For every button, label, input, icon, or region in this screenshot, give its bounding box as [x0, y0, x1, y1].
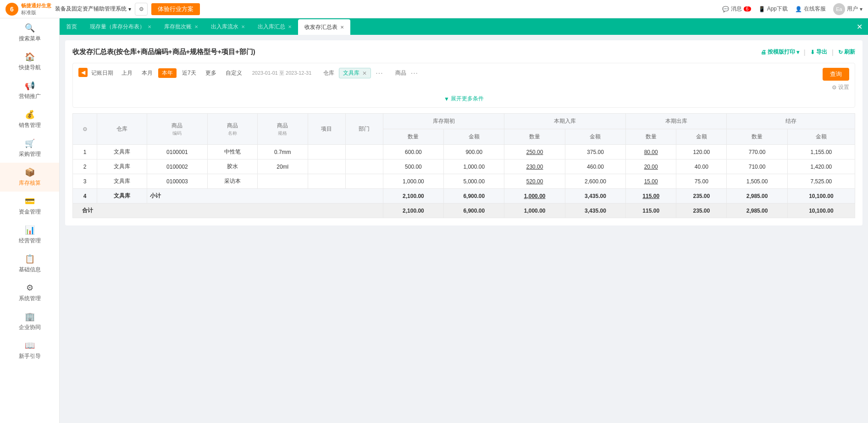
sidebar-label-quick-nav: 快捷导航	[19, 64, 41, 71]
date-label: 记账日期	[91, 69, 113, 77]
basic-info-icon: 📋	[25, 254, 35, 264]
guide-icon: 📖	[25, 341, 35, 351]
expand-icon: ▼	[444, 96, 449, 102]
cell-balance-amt: 1,420.00	[787, 159, 855, 174]
table-settings-icon[interactable]: ⚙	[83, 126, 88, 132]
message-button[interactable]: 💬 消息 6	[722, 5, 751, 13]
cell-in-qty[interactable]: 250.00	[504, 145, 565, 159]
tab-home[interactable]: 首页	[60, 18, 83, 35]
tab-close-all-button[interactable]: ✕	[851, 22, 868, 31]
cell-goods-name: 采访本	[208, 174, 258, 189]
tab-stock-dist[interactable]: 现存量（库存分布表） ✕	[83, 18, 158, 35]
tab-recv-send-summary-close[interactable]: ✕	[340, 25, 344, 30]
sidebar-item-finance[interactable]: 💳 资金管理	[0, 192, 59, 220]
sidebar-item-system[interactable]: ⚙ 系统管理	[0, 278, 59, 307]
tab-stock-dist-close[interactable]: ✕	[148, 24, 151, 29]
cell-warehouse: 文具库	[97, 145, 147, 159]
dropdown-arrow-icon: ▾	[128, 6, 131, 12]
th-balance-qty: 数量	[727, 129, 787, 145]
filter-expand-row: ▼ 展开更多条件	[78, 95, 849, 103]
subtotal-in-qty[interactable]: 1,000.00	[504, 189, 565, 203]
sidebar-item-operation[interactable]: 📊 经营管理	[0, 220, 59, 249]
tab-batch-ledger-close[interactable]: ✕	[194, 24, 198, 29]
filter-date-this-year[interactable]: 本年	[158, 68, 177, 78]
tab-in-out-summary[interactable]: 出入库汇总 ✕	[251, 18, 298, 35]
gear-button[interactable]: ⚙	[135, 3, 148, 16]
goods-label: 商品	[395, 69, 406, 77]
total-in-amt: 3,435.00	[565, 203, 625, 218]
print-button[interactable]: 🖨 按模版打印 ▾	[761, 48, 799, 56]
filter-date-this-month[interactable]: 本月	[138, 68, 156, 78]
cell-in-qty[interactable]: 520.00	[504, 174, 565, 189]
tab-in-out-flow-close[interactable]: ✕	[241, 24, 245, 29]
tab-in-out-flow-label: 出入库流水	[211, 23, 238, 31]
cell-out-qty[interactable]: 20.00	[626, 159, 676, 174]
cell-in-qty[interactable]: 230.00	[504, 159, 565, 174]
subtotal-index: 4	[73, 189, 97, 203]
cell-dept	[345, 159, 383, 174]
export-button[interactable]: ⬇ 导出	[810, 48, 827, 56]
subtotal-out-qty[interactable]: 115.00	[626, 189, 676, 203]
filter-date-more[interactable]: 更多	[202, 68, 220, 78]
tab-in-out-flow[interactable]: 出入库流水 ✕	[205, 18, 251, 35]
cell-project	[308, 145, 345, 159]
sidebar-item-inventory[interactable]: 📦 库存核算	[0, 163, 59, 192]
sidebar-item-search[interactable]: 🔍 搜索菜单	[0, 18, 59, 47]
filter-date-last-month[interactable]: 上月	[118, 68, 136, 78]
th-warehouse: 仓库	[97, 114, 147, 145]
sidebar-item-marketing[interactable]: 📢 营销推广	[0, 76, 59, 105]
sidebar-item-quick-nav[interactable]: 🏠 快捷导航	[0, 47, 59, 76]
subtotal-opening-qty: 2,100.00	[383, 189, 443, 203]
th-out-qty: 数量	[626, 129, 676, 145]
cell-index: 3	[73, 174, 97, 189]
cell-goods-name: 中性笔	[208, 145, 258, 159]
th-balance-amt: 金额	[787, 129, 855, 145]
th-project: 项目	[308, 114, 345, 145]
tab-batch-ledger-label: 库存批次账	[164, 23, 192, 31]
cell-warehouse: 文具库	[97, 159, 147, 174]
sidebar-label-marketing: 营销推广	[19, 93, 41, 100]
filter-date-7days[interactable]: 近7天	[178, 68, 200, 78]
cell-out-qty[interactable]: 15.00	[626, 174, 676, 189]
tab-in-out-summary-close[interactable]: ✕	[288, 24, 292, 29]
user-button[interactable]: Ea 用户 ▾	[833, 3, 862, 15]
app-download-button[interactable]: 📱 App下载	[758, 5, 788, 13]
sidebar-label-finance: 资金管理	[19, 208, 41, 216]
main-content: 首页 现存量（库存分布表） ✕ 库存批次账 ✕ 出入库流水 ✕ 出入库汇总 ✕	[60, 18, 868, 423]
th-settings[interactable]: ⚙	[73, 114, 97, 145]
filter-bar: ◀ 记账日期 上月 本月 本年 近7天	[72, 63, 855, 108]
cell-balance-amt: 7,525.00	[787, 174, 855, 189]
table-wrapper: ⚙ 仓库 商品编码 商品名称 商品规格 项目 部门 库存期初 本期入库 本期	[72, 113, 855, 218]
subtotal-out-amt: 235.00	[676, 189, 727, 203]
trial-button[interactable]: 体验行业方案	[151, 3, 200, 15]
tab-recv-send-summary[interactable]: 收发存汇总表 ✕	[298, 19, 350, 35]
cell-dept	[345, 174, 383, 189]
sidebar-item-basic-info[interactable]: 📋 基础信息	[0, 249, 59, 278]
query-button[interactable]: 查询	[823, 68, 849, 81]
filter-collapse-button[interactable]: ◀	[78, 68, 88, 77]
total-out-qty: 115.00	[626, 203, 676, 218]
tab-batch-ledger[interactable]: 库存批次账 ✕	[158, 18, 205, 35]
cell-out-qty[interactable]: 80.00	[626, 145, 676, 159]
expand-conditions-button[interactable]: ▼ 展开更多条件	[444, 95, 484, 103]
sidebar-item-corp[interactable]: 🏢 企业协同	[0, 307, 59, 336]
goods-more-dots[interactable]: ···	[411, 69, 418, 77]
online-service-button[interactable]: 👤 在线客服	[795, 5, 826, 13]
filter-date-custom[interactable]: 自定义	[222, 68, 246, 78]
total-opening-amt: 6,900.00	[444, 203, 504, 218]
warehouse-more-dots[interactable]: ···	[376, 69, 383, 77]
sidebar-item-purchase[interactable]: 🛒 采购管理	[0, 134, 59, 163]
th-dept: 部门	[345, 114, 383, 145]
cell-in-amt: 2,600.00	[565, 174, 625, 189]
filter-setting-button[interactable]: ⚙ 设置	[832, 83, 849, 91]
warehouse-tag-remove[interactable]: ✕	[362, 70, 367, 77]
user-dropdown-icon: ▾	[860, 6, 862, 12]
sidebar-item-guide[interactable]: 📖 新手引导	[0, 336, 59, 365]
cell-opening-amt: 900.00	[444, 145, 504, 159]
filter-date-range: 2023-01-01 至 2023-12-31	[252, 70, 312, 77]
sidebar-item-sales[interactable]: 💰 销售管理	[0, 105, 59, 134]
sidebar-label-basic-info: 基础信息	[19, 266, 41, 274]
refresh-button[interactable]: ↻ 刷新	[838, 48, 855, 56]
system-name-dropdown[interactable]: 装备及固定资产辅助管理系统 ▾	[55, 5, 131, 13]
subtotal-balance-amt: 10,100.00	[787, 189, 855, 203]
